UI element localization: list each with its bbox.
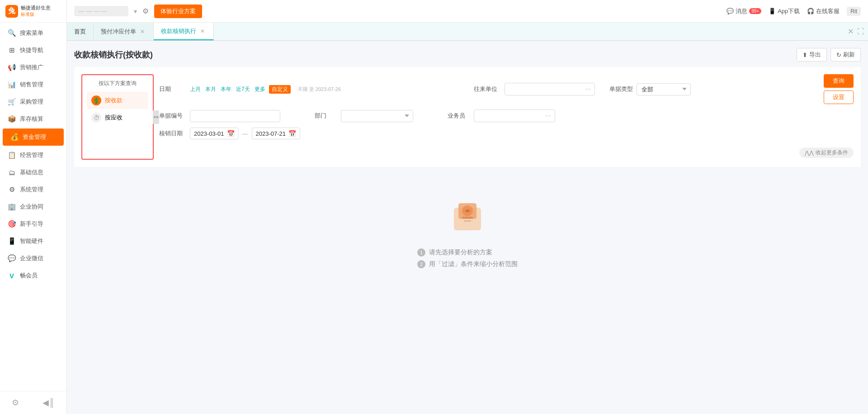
online-service-icon: 🎧 bbox=[807, 8, 814, 14]
collapse-more-row: ⋀⋀ 收起更多条件 bbox=[159, 146, 854, 160]
doc-no-input[interactable] bbox=[190, 110, 280, 122]
sidebar-item-label: 系统管理 bbox=[20, 186, 43, 194]
query-by-receivable[interactable]: ⏱ 按应收 bbox=[87, 109, 148, 126]
empty-illustration bbox=[445, 194, 490, 239]
sidebar-item-purchase[interactable]: 🛒 采购管理 bbox=[0, 93, 66, 110]
sidebar-item-basic-info[interactable]: 🗂 基础信息 bbox=[0, 164, 66, 181]
app-download-btn[interactable]: 📱 App下载 bbox=[769, 7, 800, 15]
content-area: 收款核销执行(按收款) ⬆ 导出 ↻ 刷新 按以下方案查询 💲 按收款 bbox=[67, 41, 868, 414]
sidebar-item-enterprise[interactable]: 🏢 企业协同 bbox=[0, 198, 66, 215]
writeoff-date-start: 2023-03-01 bbox=[194, 130, 224, 137]
setting-button[interactable]: 设置 bbox=[824, 90, 854, 104]
writeoff-date-start-input[interactable]: 2023-03-01 📅 bbox=[190, 128, 239, 139]
filter-form: 日期 上月 本月 本年 近7天 更多 自定义 不限 至 2023-07-26 往… bbox=[159, 74, 854, 160]
writeoff-date-end-input[interactable]: 2023-07-21 📅 bbox=[252, 128, 301, 139]
salesperson-ellipsis-icon[interactable]: ··· bbox=[545, 112, 551, 120]
by-receivable-icon: ⏱ bbox=[91, 113, 101, 123]
sidebar-item-inventory[interactable]: 📦 库存核算 bbox=[0, 110, 66, 128]
brand-selector[interactable]: — — — — bbox=[74, 6, 128, 16]
message-badge: 99+ bbox=[749, 8, 761, 14]
quick-nav-icon: ⊞ bbox=[7, 46, 16, 54]
date-more[interactable]: 更多 bbox=[254, 85, 266, 94]
date-custom[interactable]: 自定义 bbox=[269, 85, 291, 94]
query-by-receipt[interactable]: 💲 按收款 bbox=[87, 92, 148, 109]
query-button[interactable]: 查询 bbox=[824, 74, 854, 88]
topbar-gear-icon[interactable]: ⚙ bbox=[142, 7, 149, 15]
sidebar-item-label: 库存核算 bbox=[20, 115, 43, 123]
message-btn[interactable]: 💬 消息 99+ bbox=[726, 7, 761, 15]
tab-prepay-close-icon[interactable]: ✕ bbox=[139, 28, 146, 35]
online-service-btn[interactable]: 🎧 在线客服 bbox=[807, 7, 840, 15]
brand-chevron-icon[interactable]: ▾ bbox=[134, 8, 137, 15]
sidebar-item-label: 企业微信 bbox=[20, 254, 43, 262]
collapse-up-icon: ⋀⋀ bbox=[805, 150, 814, 156]
counterparty-input[interactable]: ··· bbox=[505, 83, 595, 95]
finance-icon: 💰 bbox=[10, 133, 19, 141]
message-label: 消息 bbox=[736, 7, 747, 15]
sidebar-item-sales[interactable]: 📊 销售管理 bbox=[0, 76, 66, 93]
sidebar-item-enterprise-wx[interactable]: 💬 企业微信 bbox=[0, 250, 66, 267]
collapse-query-panel-btn[interactable]: «» bbox=[153, 110, 159, 124]
tab-close-all-icon[interactable]: ✕ bbox=[848, 27, 854, 36]
solution-button[interactable]: 体验行业方案 bbox=[154, 5, 202, 18]
app-logo: 兔 畅捷通好生意 标准版 bbox=[0, 0, 66, 23]
collapse-more-label: 收起更多条件 bbox=[816, 149, 848, 157]
tab-prepay-label: 预付冲应付单 bbox=[101, 28, 136, 36]
tip-text-1: 请先选择要分析的方案 bbox=[429, 248, 492, 257]
main-area: — — — — ▾ ⚙ 体验行业方案 💬 消息 99+ 📱 App下载 🎧 在线… bbox=[67, 0, 868, 414]
page-header: 收款核销执行(按收款) ⬆ 导出 ↻ 刷新 bbox=[74, 48, 861, 62]
sidebar-item-operations[interactable]: 📋 经营管理 bbox=[0, 147, 66, 164]
tabbar: 首页 预付冲应付单 ✕ 收款核销执行 ✕ ✕ ⛶ bbox=[67, 23, 868, 41]
date-this-year[interactable]: 本年 bbox=[220, 85, 232, 94]
tab-receipt-writeoff[interactable]: 收款核销执行 ✕ bbox=[154, 23, 214, 40]
sidebar-item-smart-hw[interactable]: 📱 智能硬件 bbox=[0, 233, 66, 250]
user-avatar[interactable]: Rit bbox=[847, 7, 861, 16]
tip-num-1: 1 bbox=[417, 248, 425, 257]
salesperson-input[interactable]: ··· bbox=[474, 109, 555, 122]
date-shortcuts: 上月 本月 本年 近7天 更多 自定义 bbox=[189, 85, 291, 94]
collapse-sidebar-btn[interactable]: ◀║ bbox=[40, 395, 57, 410]
tab-receipt-writeoff-close-icon[interactable]: ✕ bbox=[199, 28, 206, 35]
inventory-icon: 📦 bbox=[7, 115, 16, 123]
dept-select[interactable] bbox=[341, 110, 413, 122]
purchase-icon: 🛒 bbox=[7, 98, 16, 106]
date-hint: 不限 至 2023-07-26 bbox=[298, 86, 341, 93]
settings-gear-icon[interactable]: ⚙ bbox=[9, 395, 22, 410]
sidebar-item-search-menu[interactable]: 🔍 搜索菜单 bbox=[0, 24, 66, 42]
sidebar-item-label: 基础信息 bbox=[20, 168, 43, 176]
sidebar-item-quick-nav[interactable]: ⊞ 快捷导航 bbox=[0, 42, 66, 59]
counterparty-ellipsis-icon[interactable]: ··· bbox=[585, 85, 591, 93]
export-button[interactable]: ⬆ 导出 bbox=[797, 48, 827, 62]
sidebar-bottom: ⚙ ◀║ bbox=[0, 391, 66, 414]
collapse-more-btn[interactable]: ⋀⋀ 收起更多条件 bbox=[799, 148, 854, 158]
sidebar-item-system[interactable]: ⚙ 系统管理 bbox=[0, 181, 66, 198]
date-last-month[interactable]: 上月 bbox=[189, 85, 202, 94]
svg-rect-3 bbox=[462, 217, 473, 219]
sidebar-item-finance[interactable]: 💰 资金管理 bbox=[3, 128, 64, 146]
writeoff-date-end: 2023-07-21 bbox=[256, 130, 286, 137]
sidebar-item-marketing[interactable]: 📢 营销推广 bbox=[0, 59, 66, 76]
date-last-7days[interactable]: 近7天 bbox=[235, 85, 251, 94]
tab-expand-icon[interactable]: ⛶ bbox=[857, 28, 864, 36]
sales-icon: 📊 bbox=[7, 81, 16, 89]
date-range-separator: — bbox=[242, 130, 248, 137]
sidebar-item-member[interactable]: V 畅会员 bbox=[0, 267, 66, 284]
doc-type-label: 单据类型 bbox=[609, 85, 633, 93]
salesperson-label: 业务员 bbox=[448, 112, 470, 120]
sidebar-item-label: 经营管理 bbox=[20, 151, 43, 159]
tab-prepay[interactable]: 预付冲应付单 ✕ bbox=[94, 23, 154, 40]
refresh-icon: ↻ bbox=[836, 52, 841, 58]
refresh-button[interactable]: ↻ 刷新 bbox=[830, 48, 861, 62]
sidebar-item-label: 营销推广 bbox=[20, 63, 43, 71]
sidebar-item-label: 新手引导 bbox=[20, 220, 43, 228]
empty-state: 1 请先选择要分析的方案 2 用「过滤」条件来缩小分析范围 bbox=[74, 167, 861, 299]
sidebar-item-starter[interactable]: 🎯 新手引导 bbox=[0, 215, 66, 233]
user-label: Rit bbox=[850, 8, 857, 14]
sidebar-item-label: 企业协同 bbox=[20, 203, 43, 211]
sidebar-item-label: 销售管理 bbox=[20, 81, 43, 89]
filter-row-1: 日期 上月 本月 本年 近7天 更多 自定义 不限 至 2023-07-26 往… bbox=[159, 74, 854, 104]
calendar-start-icon: 📅 bbox=[227, 130, 235, 137]
date-this-month[interactable]: 本月 bbox=[204, 85, 217, 94]
doc-type-select[interactable]: 全部 收款单 应收单 bbox=[637, 83, 691, 95]
tab-home[interactable]: 首页 bbox=[67, 23, 94, 40]
